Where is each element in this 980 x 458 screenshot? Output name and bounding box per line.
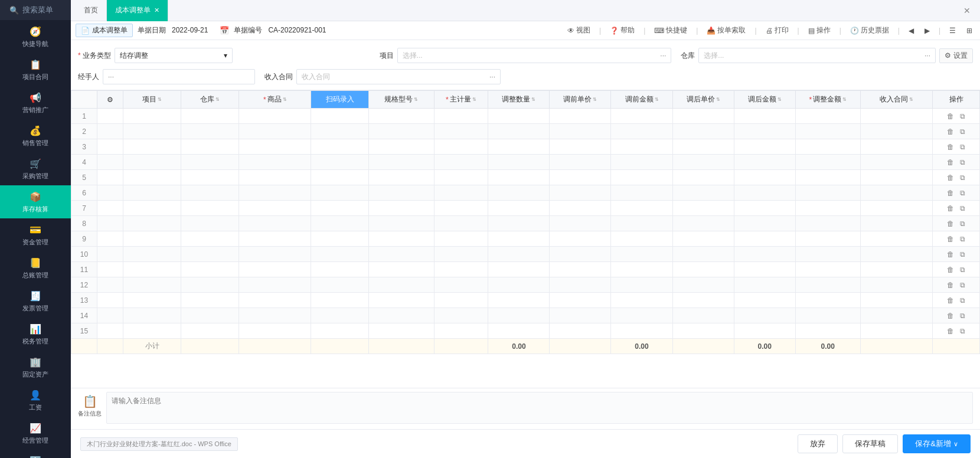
row-project-11[interactable] bbox=[123, 262, 181, 277]
row-after-unit-price-8[interactable] bbox=[672, 216, 734, 231]
col-spec-header[interactable]: 规格型号 ⇅ bbox=[369, 91, 434, 109]
row-adjust-amount-1[interactable] bbox=[795, 109, 860, 124]
row-warehouse-8[interactable] bbox=[181, 216, 239, 231]
row-income-contract-6[interactable] bbox=[860, 185, 932, 201]
row-scan-5[interactable] bbox=[311, 170, 369, 185]
row-after-amount-1[interactable] bbox=[734, 109, 795, 124]
row-after-amount-6[interactable] bbox=[734, 185, 795, 201]
row-adjust-amount-12[interactable] bbox=[795, 277, 860, 293]
row-warehouse-11[interactable] bbox=[181, 262, 239, 277]
row-delete-icon-14[interactable]: 🗑 bbox=[947, 312, 954, 320]
row-scan-12[interactable] bbox=[311, 277, 369, 293]
row-unit-1[interactable] bbox=[434, 109, 488, 124]
col-after-unit-price-header[interactable]: 调后单价 ⇅ bbox=[672, 91, 734, 109]
row-scan-9[interactable] bbox=[311, 231, 369, 247]
row-project-4[interactable] bbox=[123, 155, 181, 170]
business-type-select[interactable]: 结存调整 ▾ bbox=[115, 48, 233, 63]
row-warehouse-1[interactable] bbox=[181, 109, 239, 124]
row-goods-1[interactable] bbox=[239, 109, 311, 124]
row-adjust-amount-6[interactable] bbox=[795, 185, 860, 201]
row-copy-icon-11[interactable]: ⧉ bbox=[960, 266, 965, 274]
row-spec-8[interactable] bbox=[369, 216, 434, 231]
sidebar-item-finance[interactable]: 💳 资金管理 bbox=[0, 218, 71, 251]
dots-income[interactable]: ··· bbox=[489, 73, 495, 81]
row-unit-13[interactable] bbox=[434, 293, 488, 308]
row-warehouse-4[interactable] bbox=[181, 155, 239, 170]
save-new-button[interactable]: 保存&新增 ∨ bbox=[903, 434, 971, 453]
dots-project[interactable]: ··· bbox=[660, 51, 666, 60]
row-adjust-amount-14[interactable] bbox=[795, 308, 860, 323]
discard-button[interactable]: 放弃 bbox=[798, 434, 838, 453]
sidebar-item-purchase[interactable]: 🛒 采购管理 bbox=[0, 152, 71, 185]
row-prev-amount-4[interactable] bbox=[611, 155, 672, 170]
row-copy-icon-13[interactable]: ⧉ bbox=[960, 296, 965, 305]
row-income-contract-14[interactable] bbox=[860, 308, 932, 323]
row-adjust-amount-8[interactable] bbox=[795, 216, 860, 231]
row-scan-1[interactable] bbox=[311, 109, 369, 124]
notes-input[interactable] bbox=[106, 392, 973, 424]
row-scan-11[interactable] bbox=[311, 262, 369, 277]
row-copy-icon-10[interactable]: ⧉ bbox=[960, 250, 965, 259]
row-after-amount-15[interactable] bbox=[734, 323, 795, 339]
row-adjust-qty-6[interactable] bbox=[488, 185, 550, 201]
row-spec-2[interactable] bbox=[369, 124, 434, 139]
grid-view-button[interactable]: ⊞ bbox=[963, 25, 975, 36]
row-delete-icon-15[interactable]: 🗑 bbox=[947, 327, 954, 335]
action-button[interactable]: ▤ 操作 bbox=[805, 24, 834, 37]
row-unit-9[interactable] bbox=[434, 231, 488, 247]
nav-prev-button[interactable]: ◀ bbox=[906, 25, 917, 36]
row-after-unit-price-1[interactable] bbox=[672, 109, 734, 124]
row-unit-6[interactable] bbox=[434, 185, 488, 201]
row-after-unit-price-13[interactable] bbox=[672, 293, 734, 308]
row-delete-icon-11[interactable]: 🗑 bbox=[947, 266, 954, 274]
sidebar-item-operations[interactable]: 📈 经营管理 bbox=[0, 417, 71, 450]
row-adjust-amount-4[interactable] bbox=[795, 155, 860, 170]
sidebar-item-basic-info[interactable]: ℹ️ 基础信息 bbox=[0, 450, 71, 458]
row-prev-amount-3[interactable] bbox=[611, 139, 672, 155]
row-delete-icon-7[interactable]: 🗑 bbox=[947, 204, 954, 212]
row-prev-unit-price-10[interactable] bbox=[550, 247, 611, 262]
row-scan-13[interactable] bbox=[311, 293, 369, 308]
income-contract-select[interactable]: 收入合同 ··· bbox=[296, 69, 501, 84]
row-scan-15[interactable] bbox=[311, 323, 369, 339]
row-project-15[interactable] bbox=[123, 323, 181, 339]
row-goods-6[interactable] bbox=[239, 185, 311, 201]
handler-select[interactable]: ··· bbox=[103, 69, 255, 84]
row-prev-unit-price-5[interactable] bbox=[550, 170, 611, 185]
row-prev-unit-price-2[interactable] bbox=[550, 124, 611, 139]
row-prev-amount-10[interactable] bbox=[611, 247, 672, 262]
row-after-unit-price-2[interactable] bbox=[672, 124, 734, 139]
row-prev-unit-price-3[interactable] bbox=[550, 139, 611, 155]
row-prev-amount-8[interactable] bbox=[611, 216, 672, 231]
col-adjust-amount-header[interactable]: *调整金额 ⇅ bbox=[795, 91, 860, 109]
row-spec-12[interactable] bbox=[369, 277, 434, 293]
list-view-button[interactable]: ☰ bbox=[946, 25, 959, 36]
calendar-icon[interactable]: 📅 bbox=[220, 26, 229, 35]
row-adjust-amount-5[interactable] bbox=[795, 170, 860, 185]
row-spec-14[interactable] bbox=[369, 308, 434, 323]
row-project-13[interactable] bbox=[123, 293, 181, 308]
row-unit-7[interactable] bbox=[434, 201, 488, 216]
row-project-12[interactable] bbox=[123, 277, 181, 293]
row-project-7[interactable] bbox=[123, 201, 181, 216]
settings-button[interactable]: ⚙ 设置 bbox=[939, 48, 973, 63]
row-adjust-amount-10[interactable] bbox=[795, 247, 860, 262]
row-delete-icon-6[interactable]: 🗑 bbox=[947, 189, 954, 197]
row-income-contract-4[interactable] bbox=[860, 155, 932, 170]
col-after-amount-header[interactable]: 调后金额 ⇅ bbox=[734, 91, 795, 109]
row-adjust-qty-13[interactable] bbox=[488, 293, 550, 308]
row-after-amount-2[interactable] bbox=[734, 124, 795, 139]
row-adjust-qty-12[interactable] bbox=[488, 277, 550, 293]
nav-next-button[interactable]: ▶ bbox=[922, 25, 933, 36]
sidebar-item-inventory[interactable]: 📦 库存核算 bbox=[0, 185, 71, 218]
row-adjust-qty-4[interactable] bbox=[488, 155, 550, 170]
row-copy-icon-14[interactable]: ⧉ bbox=[960, 312, 965, 320]
row-warehouse-6[interactable] bbox=[181, 185, 239, 201]
tab-cost-adjust[interactable]: 成本调整单 ✕ bbox=[107, 0, 168, 21]
notes-icon-button[interactable]: 📋 备注信息 bbox=[78, 392, 102, 418]
row-goods-5[interactable] bbox=[239, 170, 311, 185]
row-scan-4[interactable] bbox=[311, 155, 369, 170]
row-income-contract-1[interactable] bbox=[860, 109, 932, 124]
row-after-amount-11[interactable] bbox=[734, 262, 795, 277]
row-delete-icon-9[interactable]: 🗑 bbox=[947, 235, 954, 243]
